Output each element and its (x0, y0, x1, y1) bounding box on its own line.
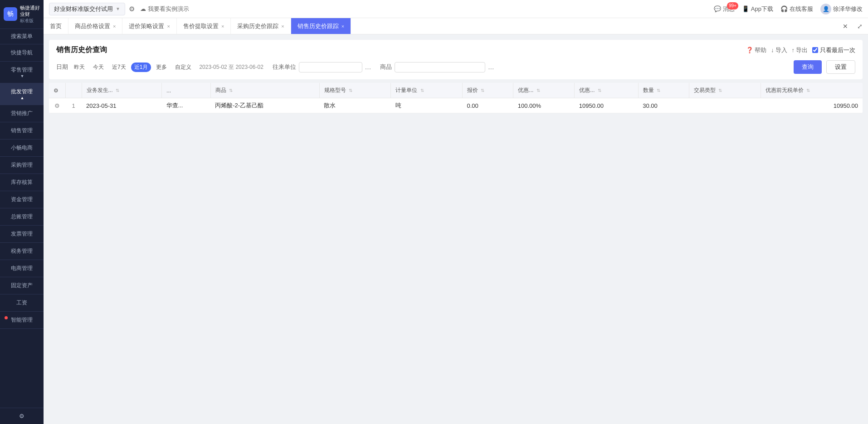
app-download-label: App下载 (751, 5, 773, 13)
date-opt-yesterday[interactable]: 昨天 (71, 63, 88, 72)
col-discount-pct[interactable]: 优惠... ⇅ (513, 83, 575, 98)
sidebar-item-general-ledger[interactable]: 总账管理 (0, 208, 44, 226)
row-partner: 华查... (162, 98, 211, 113)
col-quantity[interactable]: 数量 ⇅ (638, 83, 689, 98)
col-spec[interactable]: 规格型号 ⇅ (319, 83, 391, 98)
col-trade-type[interactable]: 交易类型 ⇅ (689, 83, 761, 98)
sidebar-search[interactable]: 搜索菜单 (0, 29, 44, 44)
phone-icon: 📱 (742, 5, 749, 12)
sidebar-item-tax-mgmt[interactable]: 税务管理 (0, 243, 44, 260)
col-biz-date[interactable]: 业务发生... ⇅ (82, 83, 162, 98)
date-opt-last1month[interactable]: 近1月 (131, 63, 151, 72)
partner-filter-group: 往来单位 ... (273, 62, 371, 72)
sidebar-item-invoice-mgmt[interactable]: 发票管理 (0, 226, 44, 243)
sidebar-item-purchase-mgmt[interactable]: 采购管理 (0, 157, 44, 174)
sidebar-item-retail-mgmt[interactable]: 零售管理 ▼ (0, 62, 44, 83)
sidebar-item-quick-nav[interactable]: 快捷导航 (0, 44, 44, 62)
import-label: 导入 (775, 46, 787, 54)
table-header-row: ⚙ 业务发生... ⇅ ... 商品 ⇅ 规格型号 ⇅ 计量单位 ⇅ 报价 ⇅ … (49, 83, 863, 98)
help-label: 帮助 (755, 46, 766, 54)
module-gear-icon[interactable]: ⚙ (129, 5, 135, 13)
sidebar-item-capital-mgmt[interactable]: 资金管理 (0, 191, 44, 208)
sidebar-item-small-ecommerce[interactable]: 小畅电商 (0, 140, 44, 157)
app-logo-icon: 畅 (4, 7, 17, 21)
sidebar-logo: 畅 畅捷通好业财 标准版 (0, 0, 44, 29)
row-gear[interactable]: ⚙ (49, 98, 65, 113)
table-row: ⚙ 1 2023-05-31 华查... 丙烯酸-2-乙基己酯 散水 吨 0.0… (49, 98, 863, 113)
partner-filter-dots[interactable]: ... (365, 63, 371, 71)
message-badge: 99+ (727, 2, 738, 10)
tab-label: 采购历史价跟踪 (237, 22, 278, 30)
sidebar-item-ecommerce-mgmt[interactable]: 电商管理 (0, 260, 44, 277)
close-icon[interactable]: × (221, 24, 224, 29)
col-gear[interactable]: ⚙ (49, 83, 65, 98)
close-icon[interactable]: × (341, 24, 344, 29)
row-product: 丙烯酸-2-乙基己酯 (210, 98, 319, 113)
sidebar-item-label: 发票管理 (11, 230, 33, 238)
sidebar-item-payroll[interactable]: 工资 (0, 294, 44, 312)
settings-button[interactable]: 设置 (826, 60, 855, 74)
message-icon: 💬 (714, 5, 721, 12)
product-filter-group: 商品 ... (380, 62, 494, 72)
online-service-button[interactable]: 🎧 在线客服 (780, 5, 813, 13)
message-button[interactable]: 💬 消息 99+ (714, 5, 735, 13)
filter-row: 日期 昨天 今天 近7天 近1月 更多 自定义 2023-05-02 至 202… (56, 60, 855, 74)
sidebar-item-sales-mgmt[interactable]: 销售管理 (0, 122, 44, 140)
sidebar-item-smart-mgmt[interactable]: 智能管理 (0, 312, 44, 329)
demo-link[interactable]: ☁ 我要看实例演示 (140, 5, 189, 13)
date-opt-today[interactable]: 今天 (90, 63, 107, 72)
maximize-tab-button[interactable]: ⤢ (853, 20, 866, 33)
app-download-button[interactable]: 📱 App下载 (742, 5, 773, 13)
partner-filter-input[interactable] (299, 62, 362, 72)
tab-label: 商品价格设置 (75, 22, 110, 30)
sidebar-item-wholesale-mgmt[interactable]: 批发管理 ▲ (0, 83, 44, 105)
only-last-checkbox[interactable] (812, 47, 818, 53)
sidebar-item-label: 批发管理 (11, 88, 33, 96)
row-discount-pct: 100.00% (513, 98, 575, 113)
help-link[interactable]: ❓ 帮助 (746, 46, 766, 54)
col-unit[interactable]: 计量单位 ⇅ (391, 83, 463, 98)
export-link[interactable]: ↑ 导出 (792, 46, 808, 54)
row-num: 1 (65, 98, 82, 113)
product-filter-input[interactable] (395, 62, 485, 72)
tab-sale-price-extract[interactable]: 售价提取设置 × (177, 18, 231, 34)
sidebar-item-inventory[interactable]: 库存核算 (0, 174, 44, 191)
col-price[interactable]: 报价 ⇅ (463, 83, 513, 98)
sidebar-settings[interactable]: ⚙ (0, 408, 44, 424)
close-icon[interactable]: × (167, 24, 170, 29)
module-selector[interactable]: 好业财标准版交付试用 ▼ (49, 3, 125, 15)
sidebar-item-marketing[interactable]: 营销推广 (0, 105, 44, 122)
tab-home[interactable]: 首页 (44, 18, 68, 34)
col-product[interactable]: 商品 ⇅ (210, 83, 319, 98)
date-opt-last7days[interactable]: 近7天 (109, 63, 129, 72)
tab-purchase-history[interactable]: 采购历史价跟踪 × (231, 18, 291, 34)
col-num (65, 83, 82, 98)
date-opt-more[interactable]: 更多 (153, 63, 170, 72)
sidebar-item-label: 零售管理 (11, 66, 33, 74)
tab-sales-history[interactable]: 销售历史价跟踪 × (291, 18, 351, 34)
col-pretax-price[interactable]: 优惠前无税单价 ⇅ (761, 83, 863, 98)
col-more[interactable]: ... (162, 83, 211, 98)
product-filter-dots[interactable]: ... (488, 63, 494, 71)
only-last-label: 只看最后一次 (820, 46, 855, 54)
row-discount-amt: 10950.00 (575, 98, 638, 113)
import-link[interactable]: ↓ 导入 (771, 46, 787, 54)
date-range-display: 2023-05-02 至 2023-06-02 (199, 63, 263, 71)
close-icon[interactable]: × (113, 24, 116, 29)
only-last-checkbox-row[interactable]: 只看最后一次 (812, 46, 855, 54)
sidebar-item-label: 固定资产 (11, 282, 33, 289)
col-discount-amt[interactable]: 优惠... ⇅ (575, 83, 638, 98)
sidebar-item-fixed-assets[interactable]: 固定资产 (0, 277, 44, 294)
page-content: 销售历史价查询 ❓ 帮助 ↓ 导入 ↑ 导出 (44, 34, 868, 424)
query-button[interactable]: 查询 (794, 60, 822, 74)
close-icon[interactable]: × (281, 24, 284, 29)
date-opt-custom[interactable]: 自定义 (172, 63, 195, 72)
user-info[interactable]: 👤 徐泽华修改 (820, 4, 863, 14)
tab-label: 进价策略设置 (129, 22, 164, 30)
tab-purchase-strategy[interactable]: 进价策略设置 × (122, 18, 176, 34)
tab-price-setting[interactable]: 商品价格设置 × (68, 18, 122, 34)
sidebar-item-label: 税务管理 (11, 247, 33, 255)
close-tab-button[interactable]: ✕ (839, 20, 852, 33)
sidebar: 畅 畅捷通好业财 标准版 搜索菜单 快捷导航 零售管理 ▼ 批发管理 ▲ 营销推… (0, 0, 44, 424)
tab-bar-end: ✕ ⤢ (839, 20, 868, 33)
